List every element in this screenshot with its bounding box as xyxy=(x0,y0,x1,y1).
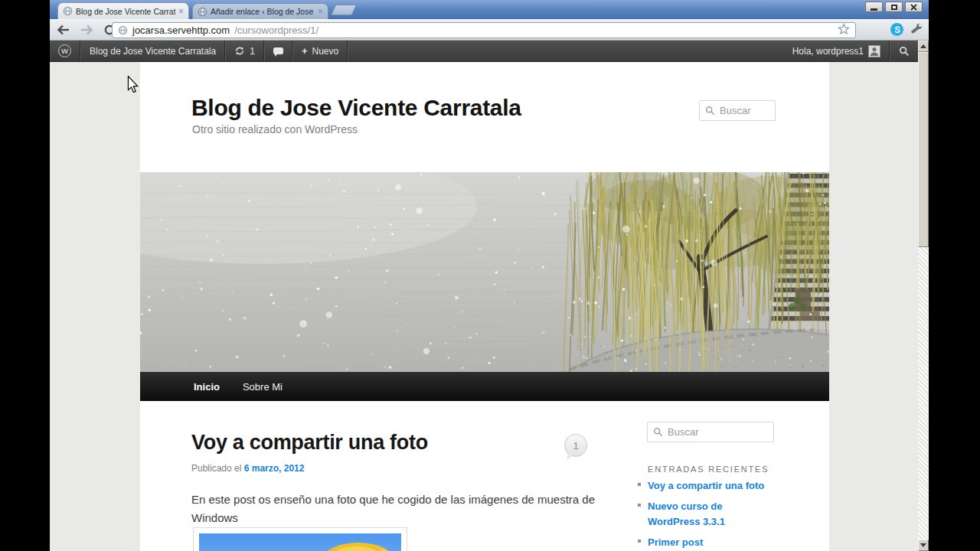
close-icon xyxy=(910,4,917,11)
wp-admin-bar: W Blog de Jose Vicente Carratala 1 xyxy=(50,41,918,62)
updates-icon xyxy=(234,46,245,56)
search-icon xyxy=(653,427,663,437)
adminbar-search[interactable] xyxy=(890,41,918,61)
list-item: Primer post xyxy=(638,534,773,549)
globe-favicon xyxy=(63,6,73,16)
new-label: Nuevo xyxy=(312,46,339,57)
tab-close-icon[interactable]: × xyxy=(178,8,184,15)
search-icon xyxy=(899,46,910,57)
restore-icon xyxy=(891,5,897,10)
nav-item-sobre-mi[interactable]: Sobre Mi xyxy=(243,381,283,393)
triangle-down-icon xyxy=(920,543,926,550)
plus-icon: + xyxy=(302,45,308,57)
scroll-up-button[interactable] xyxy=(918,41,929,52)
adminbar-new-menu[interactable]: + Nuevo xyxy=(293,41,347,61)
restore-button[interactable] xyxy=(885,2,903,12)
browser-toolbar: jocarsa.servehttp.com/cursowordpress/1/ xyxy=(50,19,929,41)
avatar xyxy=(868,45,880,57)
search-icon xyxy=(705,106,715,116)
forward-button[interactable] xyxy=(77,21,96,38)
url-host: jocarsa.servehttp.com xyxy=(132,24,230,36)
header-image xyxy=(140,172,829,372)
bookmark-star-icon[interactable] xyxy=(838,23,850,37)
scrollbar-thumb[interactable] xyxy=(918,52,929,247)
adminbar-site-name[interactable]: Blog de Jose Vicente Carratala xyxy=(81,41,224,61)
address-bar[interactable]: jocarsa.servehttp.com/cursowordpress/1/ xyxy=(112,22,856,38)
sidebar-search xyxy=(647,422,774,442)
screen: { "window": { "tabs": [ { "label": "Blog… xyxy=(0,0,980,551)
new-tab-button[interactable] xyxy=(331,5,358,15)
site-page: Blog de Jose Vicente Carratala Otro siti… xyxy=(140,62,829,551)
post-title-link[interactable]: Voy a compartir una foto xyxy=(191,431,428,455)
winter-willow-photo xyxy=(140,172,829,372)
globe-favicon xyxy=(198,7,207,17)
adminbar-separator xyxy=(347,41,348,61)
recent-entry-link[interactable]: Voy a compartir una foto xyxy=(648,480,764,491)
url-path: /cursowordpress/1/ xyxy=(234,24,318,36)
site-tagline: Otro sitio realizado con WordPress xyxy=(192,123,358,135)
page-scrollbar[interactable] xyxy=(918,41,929,551)
adminbar-comments[interactable] xyxy=(265,41,292,61)
browser-window: Blog de Jose Vicente Carratala × Añadir … xyxy=(50,0,929,551)
recent-entry-link[interactable]: Primer post xyxy=(648,536,703,548)
tab-title: Blog de Jose Vicente Carratala xyxy=(76,7,175,16)
site-globe-icon xyxy=(118,25,128,35)
update-count: 1 xyxy=(250,46,255,57)
skype-extension-icon[interactable] xyxy=(890,23,903,36)
post-body-text: En este post os enseño una foto que he c… xyxy=(191,491,605,527)
tab-close-icon[interactable]: × xyxy=(318,8,323,15)
back-button[interactable] xyxy=(54,21,73,38)
tab-title: Añadir enlace ‹ Blog de Jose Vi xyxy=(211,7,315,16)
site-name-label: Blog de Jose Vicente Carratala xyxy=(90,46,216,57)
page-viewport: W Blog de Jose Vicente Carratala 1 xyxy=(50,41,918,551)
site-title-link[interactable]: Blog de Jose Vicente Carratala xyxy=(191,95,521,121)
nav-item-inicio[interactable]: Inicio xyxy=(194,381,220,393)
sidebar-search-input[interactable] xyxy=(668,426,768,438)
greeting-label: Hola, wordpress1 xyxy=(792,46,864,57)
triangle-up-icon xyxy=(920,41,926,48)
tab-anadir-enlace[interactable]: Añadir enlace ‹ Blog de Jose Vi × xyxy=(192,3,328,19)
adminbar-right: Hola, wordpress1 xyxy=(784,41,918,61)
back-icon xyxy=(57,24,70,35)
meta-prefix: Publicado el xyxy=(191,463,241,474)
main-navigation: Inicio Sobre Mi xyxy=(140,372,829,401)
adminbar-updates[interactable]: 1 xyxy=(226,41,263,61)
titlebar: Blog de Jose Vicente Carratala × Añadir … xyxy=(50,0,929,19)
forward-icon xyxy=(80,24,93,35)
comments-bubble-icon xyxy=(273,47,283,54)
header-search-input[interactable] xyxy=(720,105,769,116)
wp-logo-menu[interactable]: W xyxy=(50,41,80,61)
header-search xyxy=(699,100,776,121)
recent-entry-link[interactable]: Nuevo curso de WordPress 3.3.1 xyxy=(648,500,725,527)
list-item: Voy a compartir una foto xyxy=(638,478,773,493)
scroll-down-button[interactable] xyxy=(918,540,929,551)
wordpress-logo-icon: W xyxy=(58,44,71,57)
comment-count-bubble[interactable]: 1 xyxy=(564,434,587,457)
window-controls xyxy=(865,2,923,12)
attachment-image-frame[interactable] xyxy=(193,527,407,551)
post-date-link[interactable]: 6 marzo, 2012 xyxy=(244,463,305,474)
minimize-icon xyxy=(871,8,877,11)
tab-blog[interactable]: Blog de Jose Vicente Carratala × xyxy=(57,2,189,19)
recent-entries-title: ENTRADAS RECIENTES xyxy=(648,465,769,474)
windows-sample-photo xyxy=(199,533,401,551)
minimize-button[interactable] xyxy=(865,2,883,12)
wrench-icon[interactable] xyxy=(910,23,923,36)
close-button[interactable] xyxy=(905,2,923,12)
adminbar-account-menu[interactable]: Hola, wordpress1 xyxy=(784,41,889,61)
post-meta: Publicado el 6 marzo, 2012 xyxy=(191,463,304,474)
list-item: Nuevo curso de WordPress 3.3.1 xyxy=(638,498,773,529)
toolbar-extensions xyxy=(890,23,923,36)
recent-entries-list: Voy a compartir una foto Nuevo curso de … xyxy=(638,478,777,551)
mouse-cursor xyxy=(127,76,139,96)
